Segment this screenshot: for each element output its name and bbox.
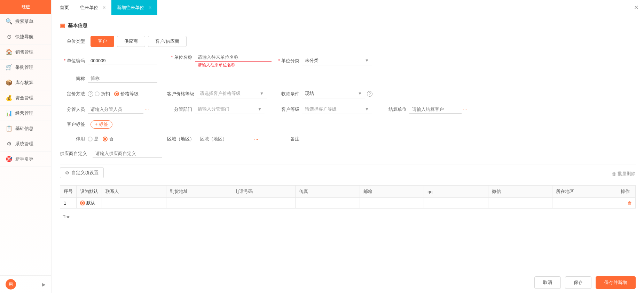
- pricing-row: 定价方法 ? 折扣 价格等级 客户价格等级 请选择客户价格: [60, 89, 636, 98]
- custom-settings-button[interactable]: ⚙ 自定义项设置: [60, 167, 104, 178]
- dept-label: 分管部门: [167, 106, 195, 113]
- delete-row-btn[interactable]: 🗑: [627, 201, 632, 206]
- cell-region[interactable]: [552, 198, 617, 209]
- pricing-discount-option[interactable]: 折扣: [95, 91, 110, 97]
- custom-settings-label: 自定义项设置: [71, 170, 99, 176]
- type-btn-customer[interactable]: 客户: [91, 36, 114, 47]
- qq-input[interactable]: [427, 201, 484, 206]
- tab-partners-close[interactable]: ✕: [102, 5, 106, 10]
- region-table-input[interactable]: [556, 201, 613, 206]
- sidebar-item-basic[interactable]: 📋 基础信息: [0, 121, 51, 136]
- customer-level-placeholder: 请选择客户等级: [305, 106, 337, 112]
- settlement-more-btn[interactable]: ···: [463, 107, 467, 112]
- batch-delete-label: 批量删除: [618, 171, 636, 177]
- sidebar: 旺进 🔍 搜索菜单 ⊙ 快捷导航 🏠 销售管理 🛒 采购管理 📦 库存核算 💰 …: [0, 0, 52, 293]
- region-input[interactable]: [197, 135, 253, 143]
- tag-label: 客户标签: [60, 121, 88, 128]
- add-tag-button[interactable]: + 标签: [91, 120, 112, 129]
- fax-input[interactable]: [299, 201, 356, 206]
- sidebar-item-guide[interactable]: 🎯 新手引导: [0, 152, 51, 167]
- unit-type-group: 客户 供应商 客户/供应商: [91, 36, 187, 47]
- customer-level-select[interactable]: 请选择客户等级 ▼: [302, 105, 372, 114]
- sidebar-item-sales[interactable]: 🏠 销售管理: [0, 44, 51, 60]
- settings-gear-icon: ⚙: [65, 170, 69, 176]
- close-all-tabs-button[interactable]: ✕: [631, 4, 641, 11]
- payment-terms-value: 现结: [305, 90, 314, 97]
- cell-wechat[interactable]: [488, 198, 552, 209]
- sidebar-item-inventory[interactable]: 📦 库存核算: [0, 75, 51, 90]
- avatar: 用: [6, 279, 16, 290]
- phone-input[interactable]: [235, 201, 292, 206]
- cell-fax[interactable]: [295, 198, 360, 209]
- save-button[interactable]: 保存: [565, 276, 591, 289]
- sidebar-item-system[interactable]: ⚙ 系统管理: [0, 136, 51, 152]
- tab-new-partner[interactable]: 新增往来单位 ✕: [111, 0, 157, 15]
- radio-yes: [88, 137, 93, 141]
- pricing-price-level-option[interactable]: 价格等级: [114, 91, 139, 97]
- customer-price-level-placeholder: 请选择客户价格等级: [200, 90, 241, 97]
- tab-new-partner-close[interactable]: ✕: [148, 5, 152, 10]
- section-title-text: 基本信息: [68, 23, 87, 29]
- wechat-input[interactable]: [492, 201, 549, 206]
- pricing-help-icon[interactable]: ?: [88, 91, 93, 97]
- region-more-btn[interactable]: ···: [254, 136, 258, 142]
- dept-select[interactable]: 请输入分管部门 ▼: [195, 105, 265, 114]
- radio-default: [80, 201, 85, 205]
- unit-name-input[interactable]: [195, 53, 272, 62]
- tab-partners[interactable]: 往来单位 ✕: [74, 0, 111, 15]
- email-input[interactable]: [363, 201, 421, 206]
- section-title: ▣ 基本信息: [60, 22, 636, 29]
- disabled-no-option[interactable]: 否: [103, 136, 113, 142]
- expand-icon[interactable]: ▶: [42, 282, 46, 287]
- payment-terms-select[interactable]: 现结 ▼: [302, 89, 365, 98]
- tab-home[interactable]: 首页: [54, 0, 74, 15]
- cell-phone[interactable]: [231, 198, 295, 209]
- short-name-row: 简称: [60, 74, 636, 83]
- supplier-custom-input[interactable]: [93, 149, 162, 158]
- radio-no: [103, 137, 108, 141]
- cell-email[interactable]: [360, 198, 424, 209]
- payment-terms-help-icon[interactable]: ?: [367, 91, 372, 97]
- manager-label: 分管人员: [60, 106, 88, 113]
- radio-discount: [95, 91, 100, 96]
- cell-default[interactable]: 默认: [77, 198, 102, 209]
- manager-more-btn[interactable]: ···: [145, 107, 149, 112]
- unit-code-input[interactable]: [88, 57, 157, 65]
- tab-home-label: 首页: [60, 5, 69, 11]
- type-btn-supplier[interactable]: 供应商: [117, 36, 145, 47]
- disabled-radio-group: 是 否: [88, 136, 113, 142]
- type-btn-both[interactable]: 客户/供应商: [148, 36, 187, 47]
- chevron-down-icon: ▼: [258, 107, 262, 112]
- cell-address[interactable]: [166, 198, 231, 209]
- cell-qq[interactable]: [424, 198, 488, 209]
- short-name-label: 简称: [60, 75, 88, 82]
- radio-price-level: [114, 91, 119, 96]
- disabled-yes-option[interactable]: 是: [88, 136, 99, 142]
- sidebar-item-finance[interactable]: 💰 资金管理: [0, 90, 51, 106]
- save-and-new-button[interactable]: 保存并新增: [596, 276, 636, 289]
- col-email: 邮箱: [360, 186, 424, 198]
- short-name-input[interactable]: [88, 74, 157, 83]
- settlement-input[interactable]: [409, 105, 462, 114]
- chevron-down-icon: ▼: [260, 91, 264, 96]
- add-row-btn[interactable]: +: [621, 201, 623, 206]
- remark-input[interactable]: [302, 135, 407, 143]
- section-icon: ▣: [60, 22, 65, 29]
- batch-delete-button[interactable]: 🗑 批量删除: [612, 171, 636, 177]
- cell-contact[interactable]: [102, 198, 166, 209]
- disabled-region-row: 停用 是 否 区域（地区） ··· 备注: [60, 135, 636, 143]
- sidebar-item-quicknav[interactable]: ⊙ 快捷导航: [0, 29, 51, 44]
- sidebar-item-purchase[interactable]: 🛒 采购管理: [0, 60, 51, 75]
- sidebar-item-operation[interactable]: 📊 经营管理: [0, 106, 51, 121]
- manager-input[interactable]: [88, 105, 143, 114]
- divider: [60, 164, 636, 164]
- dept-placeholder: 请输入分管部门: [198, 106, 229, 112]
- unit-code-field: 单位编码: [60, 57, 164, 65]
- cancel-button[interactable]: 取消: [534, 276, 561, 289]
- contact-input[interactable]: [105, 201, 163, 206]
- address-input[interactable]: [170, 201, 227, 206]
- sidebar-item-search[interactable]: 🔍 搜索菜单: [0, 14, 51, 29]
- customer-price-level-select[interactable]: 请选择客户价格等级 ▼: [197, 89, 267, 98]
- sidebar-item-label: 经营管理: [15, 110, 33, 116]
- unit-category-select[interactable]: 未分类 ▼: [302, 56, 372, 65]
